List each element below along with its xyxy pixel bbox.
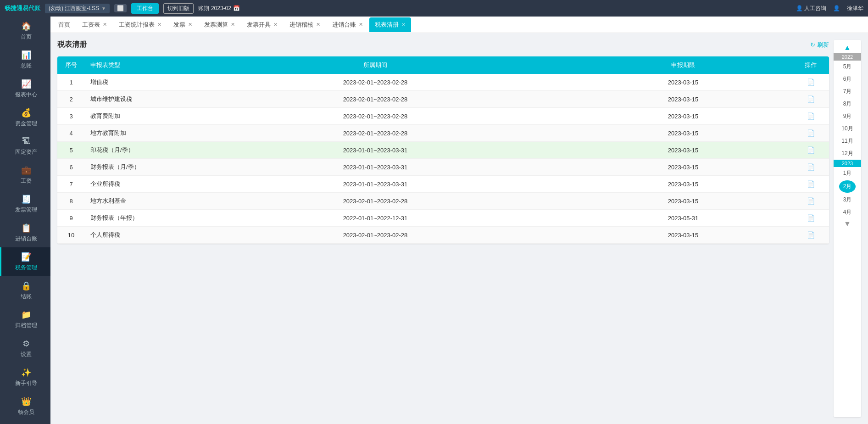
month-2022-08[interactable]: 8月 [834, 98, 861, 110]
sidebar-item-guide[interactable]: ✨ 新手引导 [0, 363, 50, 392]
workspace-button[interactable]: 工作台 [131, 3, 159, 14]
sidebar-item-report[interactable]: 📈 报表中心 [0, 74, 50, 103]
cell-deadline: 2023-03-15 [574, 193, 792, 210]
sidebar-item-invoice-mgmt[interactable]: 🧾 发票管理 [0, 190, 50, 218]
salary-icon: 💼 [21, 165, 31, 175]
period-value: 2023-02 [211, 5, 231, 11]
main-layout: 🏠 首页 📊 总账 📈 报表中心 💰 资金管理 🏗 固定资产 💼 工资 🧾 发票… [0, 17, 868, 424]
sidebar-item-fund[interactable]: 💰 资金管理 [0, 103, 50, 132]
sidebar-item-settings[interactable]: ⚙ 设置 [0, 334, 50, 363]
sidebar: 🏠 首页 📊 总账 📈 报表中心 💰 资金管理 🏗 固定资产 💼 工资 🧾 发票… [0, 17, 50, 424]
month-2022-05[interactable]: 5月 [834, 61, 861, 73]
cell-no: 9 [57, 210, 85, 227]
cell-period: 2023-01-01~2023-03-31 [177, 176, 574, 193]
period-label: 账期 [198, 5, 209, 12]
tab-close-invoice[interactable]: ✕ [188, 22, 192, 28]
switch-version-button[interactable]: 切到旧版 [163, 3, 194, 14]
tab-close-invoice-calc[interactable]: ✕ [231, 22, 235, 28]
main-panel: 税表清册 ↻ 刷新 序号 申报表类型 所属期间 申报期限 操作 [57, 40, 829, 417]
action-icon[interactable]: 📄 [807, 95, 815, 103]
action-icon[interactable]: 📄 [807, 231, 815, 239]
tab-salary-report[interactable]: 工资统计报表 ✕ [113, 17, 167, 32]
action-icon[interactable]: 📄 [807, 112, 815, 120]
cell-no: 3 [57, 108, 85, 125]
table-row: 1 增值税 2023-02-01~2023-02-28 2023-03-15 📄 [57, 74, 829, 91]
sidebar-item-closing[interactable]: 🔒 结账 [0, 276, 50, 305]
tab-close-salary-report[interactable]: ✕ [157, 22, 161, 28]
tab-close-purchase-ledger[interactable]: ✕ [359, 22, 363, 28]
sidebar-item-salary[interactable]: 💼 工资 [0, 161, 50, 190]
action-icon[interactable]: 📄 [807, 163, 815, 171]
ai-consult-button[interactable]: 👤 人工咨询 [796, 5, 826, 12]
sidebar-item-home[interactable]: 🏠 首页 [0, 17, 50, 45]
tab-purchase-ledger[interactable]: 进销台账 ✕ [327, 17, 368, 32]
cell-deadline: 2023-03-15 [574, 74, 792, 91]
action-icon[interactable]: 📄 [807, 146, 815, 154]
content-area: 首页 工资表 ✕ 工资统计报表 ✕ 发票 ✕ 发票测算 ✕ 发票开具 ✕ [50, 17, 868, 424]
refresh-button[interactable]: ↻ 刷新 [810, 41, 829, 49]
tab-invoice-calc[interactable]: 发票测算 ✕ [199, 17, 240, 32]
action-icon[interactable]: 📄 [807, 129, 815, 137]
action-icon[interactable]: 📄 [807, 214, 815, 222]
col-action: 操作 [792, 56, 829, 74]
action-icon[interactable]: 📄 [807, 197, 815, 205]
tab-close-purchase-check[interactable]: ✕ [316, 22, 320, 28]
action-icon[interactable]: 📄 [807, 78, 815, 86]
cell-deadline: 2023-03-15 [574, 176, 792, 193]
col-type: 申报表类型 [85, 56, 177, 74]
date-nav-down[interactable]: ▼ [844, 218, 851, 229]
cell-deadline: 2023-03-15 [574, 91, 792, 108]
cell-deadline: 2023-05-31 [574, 210, 792, 227]
action-icon[interactable]: 📄 [807, 180, 815, 188]
month-2023-01[interactable]: 1月 [834, 167, 861, 179]
sidebar-item-member[interactable]: 👑 畅会员 [0, 392, 50, 421]
sidebar-item-fixed-asset[interactable]: 🏗 固定资产 [0, 132, 50, 161]
month-2022-11[interactable]: 11月 [834, 135, 861, 147]
tab-close-salary-table[interactable]: ✕ [103, 22, 107, 28]
month-2022-12[interactable]: 12月 [834, 147, 861, 160]
month-2023-02[interactable]: 2月 [839, 180, 856, 193]
ledger-icon: 📊 [21, 50, 31, 60]
company-selector[interactable]: (勿动) 江西服宝-LSS ▼ [45, 4, 110, 13]
date-nav-up[interactable]: ▲ [844, 42, 851, 53]
sidebar-item-salary-label: 工资 [21, 177, 32, 185]
cell-no: 5 [57, 142, 85, 159]
month-2022-06[interactable]: 6月 [834, 73, 861, 85]
tab-tax-list[interactable]: 税表清册 ✕ [369, 17, 411, 32]
tab-home[interactable]: 首页 [53, 17, 76, 32]
sidebar-item-archive[interactable]: 📁 归档管理 [0, 305, 50, 334]
cell-deadline: 2023-03-15 [574, 142, 792, 159]
sidebar-item-guide-label: 新手引导 [15, 379, 37, 387]
sidebar-item-member-label: 畅会员 [18, 408, 34, 416]
cell-type: 个人所得税 [85, 227, 177, 244]
sidebar-item-purchase-sales[interactable]: 📋 进销台账 [0, 218, 50, 247]
top-bar: 畅捷通易代账 (勿动) 江西服宝-LSS ▼ ⬜ 工作台 切到旧版 账期 202… [0, 0, 868, 17]
table-row: 9 财务报表（年报） 2022-01-01~2022-12-31 2023-05… [57, 210, 829, 227]
sidebar-item-ledger[interactable]: 📊 总账 [0, 45, 50, 74]
month-2022-09[interactable]: 9月 [834, 110, 861, 123]
user-avatar: 👤 [833, 5, 840, 11]
cell-type: 地方教育附加 [85, 125, 177, 142]
month-2022-10[interactable]: 10月 [834, 123, 861, 135]
cell-no: 1 [57, 74, 85, 91]
tab-invoice[interactable]: 发票 ✕ [168, 17, 198, 32]
tab-close-tax-list[interactable]: ✕ [401, 22, 406, 28]
tab-invoice-open[interactable]: 发票开具 ✕ [241, 17, 283, 32]
copy-button[interactable]: ⬜ [114, 4, 127, 12]
calendar-icon[interactable]: 📅 [233, 5, 240, 11]
month-2023-03[interactable]: 3月 [834, 194, 861, 206]
cell-action: 📄 [792, 227, 829, 244]
month-2022-07[interactable]: 7月 [834, 85, 861, 98]
month-2023-04[interactable]: 4月 [834, 206, 861, 218]
cell-no: 4 [57, 125, 85, 142]
sidebar-item-tax-mgmt[interactable]: 📝 税务管理 [0, 247, 50, 276]
cell-action: 📄 [792, 74, 829, 91]
tab-close-invoice-open[interactable]: ✕ [273, 22, 278, 28]
tab-purchase-check[interactable]: 进销稽核 ✕ [284, 17, 326, 32]
cell-type: 财务报表（月/季） [85, 159, 177, 176]
unpin-button[interactable]: 📌 取消固定 [0, 421, 50, 424]
sidebar-item-fund-label: 资金管理 [15, 120, 37, 128]
tab-salary-table[interactable]: 工资表 ✕ [77, 17, 112, 32]
sidebar-item-report-label: 报表中心 [15, 91, 37, 99]
cell-period: 2023-01-01~2023-03-31 [177, 159, 574, 176]
